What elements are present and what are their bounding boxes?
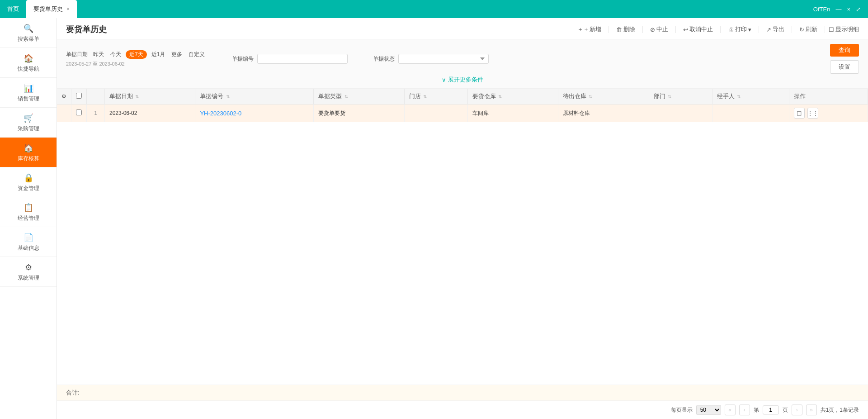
- top-bar-right: OfTEn — × ⤢: [813, 6, 868, 13]
- page-number-input[interactable]: [763, 405, 779, 414]
- col-store-sort-icon: ⇅: [423, 94, 427, 99]
- per-page-select[interactable]: 50 20 100 200: [696, 405, 721, 415]
- row-checkbox-cell[interactable]: [71, 105, 87, 122]
- row-doc-type: 要货单要货: [314, 105, 404, 122]
- finance-mgmt-icon: 🔒: [24, 173, 33, 183]
- row-settings-cell: [57, 105, 71, 122]
- expand-more-label: 展开更多条件: [448, 76, 483, 84]
- expand-more-icon: ∨: [442, 76, 446, 83]
- col-doc-date[interactable]: 单据日期 ⇅: [105, 89, 195, 105]
- export-icon: ↗: [766, 26, 771, 33]
- export-button[interactable]: ↗ 导出: [763, 24, 788, 35]
- refresh-button[interactable]: ↻ 刷新: [796, 24, 821, 35]
- col-department[interactable]: 部门 ⇅: [649, 89, 712, 105]
- col-doc-type[interactable]: 单据类型 ⇅: [314, 89, 404, 105]
- new-button[interactable]: ＋ + 新增: [574, 24, 605, 35]
- query-button[interactable]: 查询: [830, 44, 859, 57]
- status-label: 单据状态: [373, 55, 395, 63]
- shortcut-custom[interactable]: 自定义: [187, 50, 207, 59]
- shortcut-last7days[interactable]: 近7天: [126, 50, 147, 59]
- sidebar-item-sales-mgmt[interactable]: 📊 销售管理: [0, 78, 57, 108]
- col-checkbox[interactable]: [71, 89, 87, 105]
- close-tab-icon[interactable]: ×: [66, 6, 70, 12]
- row-req-warehouse: 车间库: [467, 105, 558, 122]
- status-select[interactable]: [398, 54, 489, 64]
- select-all-checkbox[interactable]: [76, 93, 82, 99]
- col-req-warehouse[interactable]: 要货仓库 ⇅: [467, 89, 558, 105]
- col-store[interactable]: 门店 ⇅: [404, 89, 467, 105]
- main-layout: 🔍 搜索菜单 🏠 快捷导航 📊 销售管理 🛒 采购管理 🏠 库存核算 🔒 资金管…: [0, 18, 868, 419]
- purchase-mgmt-icon: 🛒: [24, 113, 33, 123]
- row-doc-no[interactable]: YH-20230602-0: [195, 105, 314, 122]
- date-filter-group: 单据日期 昨天 今天 近7天 近1月 更多 自定义 2023-05-27 至 2…: [66, 50, 207, 67]
- minimize-btn[interactable]: —: [835, 6, 841, 13]
- new-icon: ＋: [577, 25, 583, 33]
- row-checkbox[interactable]: [76, 110, 82, 115]
- divider-2: [642, 26, 643, 33]
- delete-button[interactable]: 🗑 删除: [613, 24, 639, 35]
- delete-icon: 🗑: [616, 26, 622, 33]
- row-edit-btn[interactable]: ⋮⋮: [807, 108, 818, 119]
- shortcut-last1month[interactable]: 近1月: [150, 50, 167, 59]
- content-area: 要货单历史 ＋ + 新增 🗑 删除 ⊘ 中止 ↩: [57, 18, 868, 419]
- sidebar-item-system-mgmt[interactable]: ⚙ 系统管理: [0, 257, 57, 287]
- shortcut-more[interactable]: 更多: [170, 50, 184, 59]
- expand-more-btn[interactable]: ∨ 展开更多条件: [66, 76, 859, 84]
- quick-nav-icon: 🏠: [24, 53, 33, 63]
- col-handler[interactable]: 经手人 ⇅: [712, 89, 789, 105]
- col-pending-warehouse[interactable]: 待出仓库 ⇅: [558, 89, 649, 105]
- row-num: 1: [87, 105, 105, 122]
- sidebar-item-search-menu[interactable]: 🔍 搜索菜单: [0, 18, 57, 48]
- col-handler-label: 经手人: [717, 93, 735, 100]
- display-detail-toggle[interactable]: ☐ 显示明细: [829, 25, 859, 33]
- row-view-btn[interactable]: ◫: [794, 108, 805, 119]
- tab-home[interactable]: 首页: [0, 0, 26, 18]
- col-ops: 操作: [789, 89, 868, 105]
- print-button[interactable]: 🖨 打印 ▾: [724, 24, 755, 35]
- page-header: 要货单历史 ＋ + 新增 🗑 删除 ⊘ 中止 ↩: [57, 18, 868, 39]
- col-pending-warehouse-label: 待出仓库: [563, 93, 586, 100]
- sidebar-item-inventory-calc[interactable]: 🏠 库存核算: [0, 138, 57, 167]
- tab-requisition-history[interactable]: 要货单历史 ×: [26, 0, 77, 18]
- col-settings[interactable]: ⚙: [57, 89, 71, 105]
- top-tabs: 首页 要货单历史 ×: [0, 0, 77, 18]
- page-title: 要货单历史: [66, 24, 107, 35]
- refresh-label: 刷新: [806, 25, 817, 33]
- table-header-row: ⚙ 单据日期 ⇅ 单据编号 ⇅: [57, 89, 868, 105]
- sidebar-item-basic-info[interactable]: 📄 基础信息: [0, 227, 57, 257]
- filter-settings-button[interactable]: 设置: [830, 60, 859, 74]
- sidebar-item-sales-mgmt-label: 销售管理: [18, 95, 39, 103]
- sidebar-item-finance-mgmt[interactable]: 🔒 资金管理: [0, 167, 57, 197]
- last-page-btn[interactable]: »: [806, 405, 817, 415]
- col-doc-type-label: 单据类型: [318, 93, 342, 100]
- ops-mgmt-icon: 📋: [24, 203, 33, 213]
- first-page-btn[interactable]: «: [725, 405, 736, 415]
- inventory-calc-icon: 🏠: [24, 143, 33, 153]
- shortcut-today[interactable]: 今天: [108, 50, 123, 59]
- display-detail-label: 显示明细: [835, 25, 859, 33]
- maximize-btn[interactable]: ⤢: [856, 6, 861, 13]
- divider-3: [675, 26, 676, 33]
- search-menu-icon: 🔍: [24, 24, 33, 33]
- filter-area: 单据日期 昨天 今天 近7天 近1月 更多 自定义 2023-05-27 至 2…: [57, 39, 868, 89]
- footer-summary: 合计:: [57, 385, 868, 400]
- sidebar-item-inventory-calc-label: 库存核算: [18, 155, 39, 162]
- next-page-btn[interactable]: ›: [792, 405, 802, 415]
- close-window-btn[interactable]: ×: [847, 6, 850, 13]
- prev-page-btn[interactable]: ‹: [739, 405, 750, 415]
- doc-no-link[interactable]: YH-20230602-0: [200, 110, 241, 117]
- col-pending-warehouse-sort-icon: ⇅: [589, 94, 592, 99]
- sidebar-item-system-mgmt-label: 系统管理: [18, 274, 39, 282]
- sidebar-item-quick-nav[interactable]: 🏠 快捷导航: [0, 48, 57, 78]
- suspend-icon: ⊘: [650, 26, 655, 33]
- sidebar-item-ops-mgmt[interactable]: 📋 经营管理: [0, 197, 57, 227]
- doc-no-input[interactable]: [257, 54, 348, 64]
- sidebar-item-purchase-mgmt[interactable]: 🛒 采购管理: [0, 108, 57, 138]
- shortcut-yesterday[interactable]: 昨天: [91, 50, 106, 59]
- col-doc-no[interactable]: 单据编号 ⇅: [195, 89, 314, 105]
- sidebar-item-basic-info-label: 基础信息: [18, 244, 39, 252]
- cancel-suspend-button[interactable]: ↩ 取消中止: [679, 24, 717, 35]
- suspend-button[interactable]: ⊘ 中止: [646, 24, 672, 35]
- sidebar-item-quick-nav-label: 快捷导航: [18, 65, 39, 73]
- date-shortcuts: 昨天 今天 近7天 近1月 更多 自定义: [91, 50, 207, 59]
